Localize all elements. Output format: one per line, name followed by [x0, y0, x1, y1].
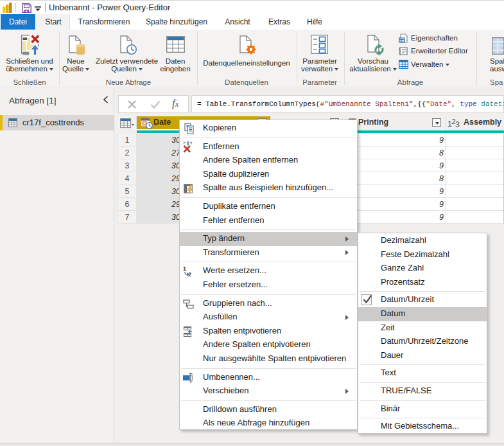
svg-text:1: 1	[183, 265, 186, 272]
